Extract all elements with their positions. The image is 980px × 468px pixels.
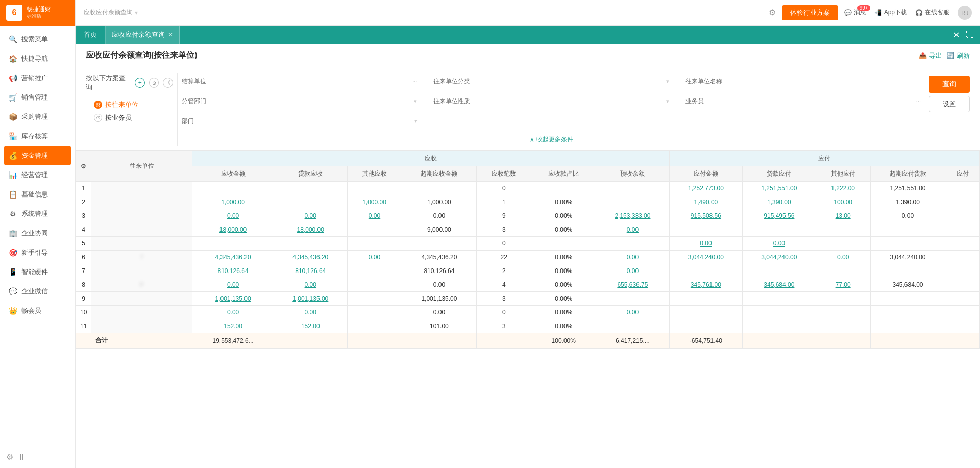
table-cell[interactable]: 1,390.00 [743, 195, 816, 209]
unit-nature-dropdown[interactable]: ▾ [666, 98, 669, 105]
export-button[interactable]: 📤 导出 [919, 51, 942, 60]
tab-close-all-icon[interactable]: ✕ [951, 28, 962, 42]
table-cell[interactable]: 4,345,436.20 [192, 251, 274, 264]
table-cell[interactable]: 345,684.00 [743, 278, 816, 292]
table-cell[interactable]: 0.00 [596, 264, 669, 278]
unit-nature-input[interactable] [476, 95, 664, 107]
table-cell[interactable]: 0.00 [669, 237, 742, 251]
table-cell[interactable]: 655,636.75 [596, 278, 669, 292]
table-cell[interactable]: 1,001,135.00 [192, 292, 274, 306]
sidebar-item-corp[interactable]: 🏢 企业协同 [0, 224, 75, 243]
salesman-input[interactable] [728, 95, 914, 107]
table-cell[interactable]: 0.00 [347, 209, 402, 223]
table-cell[interactable]: 1,001,135.00 [274, 292, 347, 306]
table-cell[interactable]: 77.00 [816, 278, 870, 292]
query-button[interactable]: 查询 [929, 76, 970, 93]
settlement-unit-dots[interactable]: ··· [412, 78, 417, 84]
table-cell[interactable]: 13.00 [816, 209, 870, 223]
filter-settings-icon[interactable]: ⊙ [149, 78, 159, 88]
sidebar-item-guide[interactable]: 🎯 新手引导 [0, 243, 75, 262]
sidebar-item-system[interactable]: ⚙ 系统管理 [0, 204, 75, 224]
table-cell[interactable]: 0.00 [816, 251, 870, 264]
table-cell[interactable]: 0.00 [596, 251, 669, 264]
collapse-button[interactable]: ∧ 收起更多条件 [182, 133, 921, 146]
tab-ar-balance[interactable]: 应收应付余额查询 ✕ [106, 26, 180, 44]
table-cell[interactable]: 152.00 [192, 319, 274, 333]
division-dropdown[interactable]: ▾ [414, 98, 417, 105]
plan-button[interactable]: 体验行业方案 [782, 5, 838, 20]
sidebar-item-hardware[interactable]: 📱 智能硬件 [0, 262, 75, 282]
settings-footer-icon[interactable]: ⚙ [6, 452, 13, 462]
table-cell[interactable]: 0.00 [274, 278, 347, 292]
department-input[interactable] [214, 115, 412, 127]
table-cell[interactable]: 4,345,436.20 [274, 251, 347, 264]
table-cell[interactable]: 0.00 [596, 223, 669, 237]
sidebar-item-inventory[interactable]: 🏪 库存核算 [0, 127, 75, 146]
table-cell[interactable]: 345,761.00 [669, 278, 742, 292]
scheme-by-unit[interactable]: 财 按往来单位 [90, 98, 173, 111]
table-cell[interactable]: 1,000.00 [192, 195, 274, 209]
sidebar-item-operation[interactable]: 📊 经营管理 [0, 165, 75, 185]
table-cell[interactable]: 0.00 [347, 251, 402, 264]
table-cell[interactable]: 810,126.64 [192, 264, 274, 278]
message-item[interactable]: 💬 消息 99+ [844, 8, 866, 17]
table-cell[interactable]: 18,000.00 [274, 223, 347, 237]
filter-add-button[interactable]: + [135, 78, 145, 88]
unit-category-dropdown[interactable]: ▾ [666, 78, 669, 85]
department-dropdown[interactable]: ▾ [414, 118, 418, 125]
filter-collapse-icon[interactable]: 《 [163, 78, 173, 88]
table-cell[interactable]: 2,153,333.00 [596, 209, 669, 223]
table-cell[interactable]: 1,251,551.00 [743, 182, 816, 195]
table-cell[interactable]: 0.00 [192, 278, 274, 292]
sidebar-item-basic[interactable]: 📋 基础信息 [0, 185, 75, 204]
sidebar-item-sales[interactable]: 🛒 销售管理 [0, 88, 75, 107]
refresh-button[interactable]: 🔄 刷新 [946, 51, 970, 60]
table-cell[interactable]: 0.00 [192, 306, 274, 319]
sidebar-item-purchase[interactable]: 📦 采购管理 [0, 107, 75, 127]
division-input[interactable] [214, 95, 412, 107]
salesman-dots[interactable]: ··· [916, 98, 921, 104]
sidebar-item-finance[interactable]: 💰 资金管理 [4, 146, 71, 165]
sidebar-item-wechat[interactable]: 💬 企业微信 [0, 282, 75, 301]
col-settings[interactable]: ⚙ [76, 151, 91, 182]
unit-name-input[interactable] [728, 76, 921, 87]
table-cell[interactable]: 1,000.00 [347, 195, 402, 209]
sidebar-item-member[interactable]: 👑 畅会员 [0, 301, 75, 321]
table-cell[interactable]: 0.00 [743, 237, 816, 251]
table-cell[interactable]: 1,252,773.00 [669, 182, 742, 195]
tab-home[interactable]: 首页 [76, 26, 106, 44]
collapse-sidebar-icon[interactable]: ⏸ [17, 453, 26, 462]
table-cell[interactable]: 18,000.00 [192, 223, 274, 237]
table-cell[interactable]: 0.00 [274, 209, 347, 223]
table-cell[interactable]: 3,044,240.00 [669, 251, 742, 264]
table-cell[interactable]: 1,490.00 [669, 195, 742, 209]
unit-category-input[interactable] [476, 76, 664, 87]
settlement-unit-input[interactable] [214, 76, 410, 87]
table-settings-icon[interactable]: ⚙ [81, 163, 86, 170]
table-cell[interactable]: 3,044,240.00 [743, 251, 816, 264]
table-cell: 9 [477, 209, 531, 223]
table-cell[interactable]: 0.00 [274, 306, 347, 319]
sidebar-item-shortcut[interactable]: 🏠 快捷导航 [0, 49, 75, 68]
sidebar-item-marketing[interactable]: 📢 营销推广 [0, 68, 75, 88]
table-cell[interactable]: 0.00 [596, 306, 669, 319]
table-cell[interactable]: 915,495.56 [743, 209, 816, 223]
avatar[interactable]: Rit [958, 6, 972, 20]
setting-button[interactable]: 设置 [929, 96, 970, 112]
scheme-by-salesman[interactable]: ⏱ 按业务员 [90, 111, 173, 125]
gear-icon[interactable]: ⚙ [769, 8, 776, 17]
table-scroll[interactable]: ⚙ 往来单位 应收 应付 [76, 151, 980, 349]
tab-expand-icon[interactable]: ⛶ [964, 28, 976, 41]
table-cell[interactable]: 152.00 [274, 319, 347, 333]
tab-close-icon[interactable]: ✕ [168, 31, 173, 38]
table-cell[interactable]: 100.00 [816, 195, 870, 209]
sidebar-item-search[interactable]: 🔍 搜索菜单 [0, 30, 75, 49]
table-cell[interactable]: 915,508.56 [669, 209, 742, 223]
salesman-label: 业务员 [685, 97, 726, 106]
table-cell[interactable]: 810,126.64 [274, 264, 347, 278]
table-cell[interactable]: 0.00 [192, 209, 274, 223]
col-ar-count: 应收笔数 [477, 166, 531, 182]
online-service-item[interactable]: 🎧 在线客服 [915, 8, 949, 17]
table-cell[interactable]: 1,222.00 [816, 182, 870, 195]
app-download-item[interactable]: 📲 App下载 [874, 8, 907, 17]
